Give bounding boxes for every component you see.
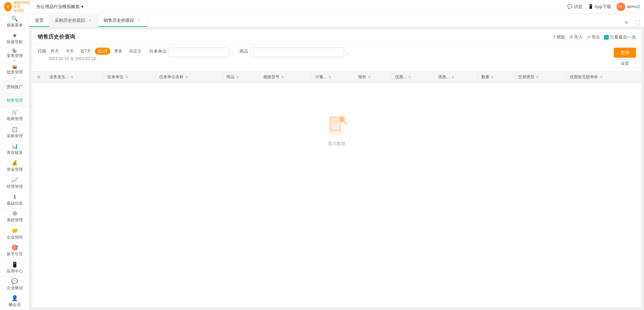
empty-text: 暂元数据	[328, 141, 345, 147]
col-business-date[interactable]: 业务发生... ⇅	[46, 71, 104, 83]
sidebar-item-enterprise[interactable]: 🤝 企业协同	[0, 225, 29, 242]
sort-icon-unit: ⇅	[328, 75, 331, 79]
help-icon: ?	[553, 35, 555, 40]
sidebar-item-search-menu[interactable]: 🔍 搜索菜单	[0, 13, 29, 30]
col-trade-type[interactable]: 交易类型 ⇅	[515, 71, 567, 83]
product-filter-group: 商品 ...	[239, 48, 349, 57]
trending-icon: 📈	[11, 177, 18, 183]
col-pretax-price[interactable]: 优惠前无税单价 ⇅	[567, 71, 641, 83]
col-quoted-price[interactable]: 报价 ⇅	[355, 71, 392, 83]
mobile-icon: 📱	[11, 261, 18, 268]
sidebar-item-sales-mgmt[interactable]: 销售管理	[0, 94, 29, 107]
logo-icon: 6	[4, 2, 12, 11]
date-opt-yesterday[interactable]: 昨天	[48, 48, 62, 55]
sort-icon-quantity: ⇅	[491, 75, 494, 79]
query-button[interactable]: 查询	[614, 48, 636, 58]
sidebar-item-purchase-mgmt[interactable]: 📋 采购管理	[0, 124, 29, 141]
col-counterparty-name[interactable]: 往来单位名称 ⇅	[156, 71, 223, 83]
col-product[interactable]: 商品 ⇅	[223, 71, 260, 83]
sidebar-item-ecommerce[interactable]: 🛒 电商管理	[0, 107, 29, 124]
phone-icon: 📱	[588, 4, 593, 9]
empty-state: 暂元数据	[32, 83, 641, 173]
sidebar-item-basic-info[interactable]: ℹ 基础信息	[0, 192, 29, 208]
cart-icon: 🛒	[11, 109, 18, 115]
tab-home[interactable]: 首页	[30, 15, 49, 27]
date-opt-more[interactable]: 更多	[112, 48, 125, 55]
sidebar-item-operations[interactable]: 📈 经营管理	[0, 175, 29, 192]
star-icon: ★	[12, 32, 17, 39]
app-selector[interactable]: 办公用品行业模拟账套 ▾	[36, 4, 84, 10]
date-opt-7days[interactable]: 近7天	[78, 48, 94, 55]
sidebar-item-app-center[interactable]: 📱 应用中心	[0, 259, 29, 276]
only-last-checkbox[interactable]: ✓ 只看最后一次	[604, 34, 636, 40]
sort-icon-discount1: ⇅	[408, 75, 411, 79]
sort-icon-quoted-price: ⇅	[368, 75, 371, 79]
col-settings[interactable]: ⚙	[32, 71, 46, 83]
clipboard-icon: 📋	[11, 126, 18, 133]
page-header-actions: ? 帮助 ↺ 导入 ↗ 导出 ✓ 只看最后一次	[553, 34, 636, 40]
product-label: 商品	[239, 48, 248, 54]
sidebar-item-member[interactable]: 👤 畅会员	[0, 293, 29, 310]
tab-close-purchase[interactable]: ×	[87, 18, 93, 23]
date-opt-today[interactable]: 今天	[63, 48, 76, 55]
tab-bar: 首页 采购历史价跟踪 × 销售历史价跟踪 × ✕ ⛶	[30, 13, 644, 27]
product-input-group: ...	[250, 48, 349, 57]
person-icon: 👤	[11, 295, 18, 301]
user-area[interactable]: d demo2	[616, 2, 640, 11]
counterparty-input[interactable]	[169, 48, 229, 57]
export-btn[interactable]: ↗ 导出	[587, 34, 600, 40]
fullscreen-btn[interactable]: ⛶	[633, 18, 641, 27]
col-spec[interactable]: 规格型号 ⇅	[260, 71, 312, 83]
date-opt-custom[interactable]: 自定义	[126, 48, 144, 55]
table-header: ⚙ 业务发生... ⇅ 往来单位 ⇅ 往来单位名称 ⇅	[32, 71, 641, 83]
sidebar-item-enterprise-wechat[interactable]: 💬 企业微信	[0, 276, 29, 293]
sidebar-item-wholesale-mgmt[interactable]: 📦 批发管理 ▴	[0, 64, 29, 80]
counterparty-dots[interactable]: ...	[230, 50, 234, 55]
message-btn[interactable]: 💬 消息	[567, 4, 583, 10]
export-icon: ↗	[587, 35, 590, 40]
sidebar-item-retail-mgmt[interactable]: 🏪 零售管理 ▾	[0, 47, 29, 64]
date-label: 日期	[38, 48, 46, 54]
col-quantity[interactable]: 数量 ⇅	[478, 71, 515, 83]
col-discount1[interactable]: 优惠... ⇅	[391, 71, 435, 83]
col-counterparty-code[interactable]: 往来单位 ⇅	[104, 71, 156, 83]
wechat-icon: 💬	[11, 278, 18, 285]
message-icon: 💬	[567, 4, 573, 9]
sidebar-item-marketing[interactable]: 营销推广	[0, 81, 29, 94]
target-icon: 🎯	[11, 244, 18, 251]
product-input[interactable]	[250, 48, 344, 57]
collapse-icon: ▴	[14, 75, 15, 79]
help-btn[interactable]: ? 帮助	[553, 34, 565, 40]
dropdown-arrow-icon: ▾	[81, 4, 84, 9]
svg-point-11	[340, 118, 341, 119]
tab-close-sales[interactable]: ×	[136, 18, 142, 23]
sidebar-item-guide[interactable]: 🎯 新手引导	[0, 243, 29, 259]
money-icon: 💰	[11, 160, 18, 166]
import-btn[interactable]: ↺ 导入	[569, 34, 583, 40]
settings-button[interactable]: 设置	[614, 59, 636, 68]
close-tab-btn[interactable]: ✕	[623, 18, 631, 27]
tab-sales-history[interactable]: 销售历史价跟踪 ×	[98, 15, 147, 27]
tab-purchase-history[interactable]: 采购历史价跟踪 ×	[49, 15, 98, 27]
sidebar-item-quick-nav[interactable]: ★ 快捷导航	[0, 30, 29, 47]
tab-bar-controls: ✕ ⛶	[620, 18, 644, 27]
filter-area: 日期 昨天 今天 近7天 近1月 更多 自定义 2023-02-18 至 202…	[32, 44, 641, 71]
sidebar-item-inventory[interactable]: 📊 库存核算	[0, 141, 29, 158]
col-unit[interactable]: 计量... ⇅	[312, 71, 355, 83]
svg-point-9	[339, 116, 344, 122]
info-icon: ℹ	[14, 194, 16, 200]
date-opt-1month[interactable]: 近1月	[95, 48, 111, 55]
sidebar-item-finance[interactable]: 💰 资金管理	[0, 158, 29, 175]
col-discount2[interactable]: 优惠... ⇅	[435, 71, 478, 83]
sort-icon-spec: ⇅	[281, 75, 284, 79]
date-options: 昨天 今天 近7天 近1月 更多 自定义	[48, 48, 144, 55]
product-dots[interactable]: ...	[345, 50, 349, 55]
sidebar-item-system[interactable]: ⚙ 系统管理	[0, 209, 29, 225]
sort-icon-pretax-price: ⇅	[600, 75, 603, 79]
counterparty-label: 往来单位	[149, 48, 167, 54]
checkbox-icon: ✓	[604, 35, 609, 40]
app-download-btn[interactable]: 📱 App下载	[588, 4, 611, 10]
store-icon: 🏪	[12, 48, 17, 53]
handshake-icon: 🤝	[11, 227, 18, 234]
sort-icon-counterparty-code: ⇅	[125, 75, 128, 79]
